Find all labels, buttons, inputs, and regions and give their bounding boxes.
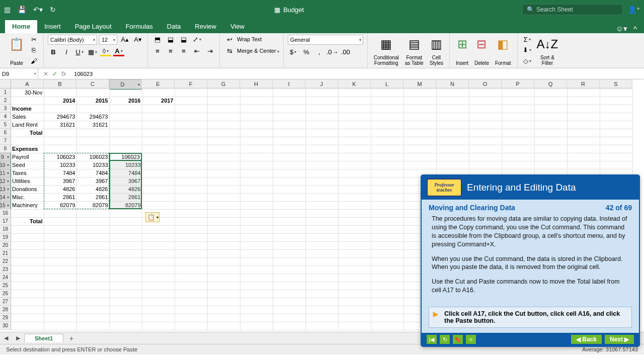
cell-J29[interactable] <box>305 314 338 322</box>
tutorial-replay-button[interactable]: ↻ <box>440 335 450 344</box>
cell-G19[interactable] <box>207 233 240 241</box>
cell-D1[interactable] <box>109 88 142 97</box>
cell-D27[interactable] <box>109 298 142 306</box>
cell-L2[interactable] <box>371 97 404 105</box>
cell-K10[interactable] <box>338 161 371 169</box>
cell-H17[interactable] <box>240 217 273 225</box>
cell-F12[interactable] <box>175 177 207 185</box>
delete-cells-button[interactable]: ⊟Delete <box>472 35 491 66</box>
row-header-21[interactable]: 21 <box>0 249 11 257</box>
cell-Q6[interactable] <box>534 129 567 137</box>
font-size-select[interactable]: 12 <box>99 35 117 45</box>
cell-F25[interactable] <box>175 282 207 290</box>
cell-B17[interactable] <box>44 217 76 225</box>
cell-M10[interactable] <box>404 161 436 169</box>
cell-L29[interactable] <box>371 314 404 322</box>
cell-H28[interactable] <box>240 306 273 314</box>
cell-I30[interactable] <box>273 322 305 330</box>
cell-E18[interactable] <box>142 225 175 233</box>
cell-A24[interactable] <box>11 274 44 282</box>
cell-D9[interactable]: 106023 <box>109 153 142 161</box>
fill-color-button[interactable]: ◊ <box>100 47 111 56</box>
cell-C1[interactable] <box>76 88 109 97</box>
cell-F27[interactable] <box>175 298 207 306</box>
cell-C28[interactable] <box>76 306 109 314</box>
cell-H21[interactable] <box>240 249 273 257</box>
cell-J18[interactable] <box>305 225 338 233</box>
cell-H10[interactable] <box>240 161 273 169</box>
cell-J20[interactable] <box>305 241 338 249</box>
cell-I10[interactable] <box>273 161 305 169</box>
row-header-6[interactable]: 6 <box>0 129 11 137</box>
cell-A9[interactable]: Payroll <box>11 153 44 161</box>
cell-L12[interactable] <box>371 177 404 185</box>
cell-K2[interactable] <box>338 97 371 105</box>
cell-E12[interactable] <box>142 177 175 185</box>
cell-E30[interactable] <box>142 322 175 330</box>
increase-font-icon[interactable]: A▴ <box>119 35 130 44</box>
redo-icon[interactable]: ↻ <box>50 6 56 14</box>
cell-I7[interactable] <box>273 137 305 145</box>
sheet-nav-prev[interactable]: ◀ <box>0 335 12 341</box>
row-header-27[interactable]: 27 <box>0 298 11 306</box>
cell-B4[interactable]: 294673 <box>44 113 76 121</box>
cell-N5[interactable] <box>436 121 469 129</box>
tab-data[interactable]: Data <box>160 20 188 33</box>
cell-E10[interactable] <box>142 161 175 169</box>
cell-D28[interactable] <box>109 306 142 314</box>
cell-I2[interactable] <box>273 97 305 105</box>
cell-A15[interactable]: Machinery <box>11 201 44 209</box>
share-icon[interactable]: 👤⁺ <box>628 6 640 14</box>
tab-insert[interactable]: Insert <box>37 20 68 33</box>
row-header-4[interactable]: 4 <box>0 113 11 121</box>
column-header-K[interactable]: K <box>338 79 371 88</box>
cell-M9[interactable] <box>404 153 436 161</box>
cell-A2[interactable] <box>11 97 44 105</box>
cell-E25[interactable] <box>142 282 175 290</box>
cell-K5[interactable] <box>338 121 371 129</box>
cell-G20[interactable] <box>207 241 240 249</box>
cell-E19[interactable] <box>142 233 175 241</box>
cell-D10[interactable]: 10233 <box>109 161 142 169</box>
cell-G1[interactable] <box>207 88 240 97</box>
cell-F24[interactable] <box>175 274 207 282</box>
row-header-13[interactable]: 13 <box>0 185 11 193</box>
cell-F11[interactable] <box>175 169 207 177</box>
decrease-indent-icon[interactable]: ⇤ <box>191 46 202 55</box>
cell-C26[interactable] <box>76 290 109 298</box>
cell-G7[interactable] <box>207 137 240 145</box>
cell-F14[interactable] <box>175 193 207 201</box>
align-left-icon[interactable]: ≡ <box>152 46 163 55</box>
cell-H1[interactable] <box>240 88 273 97</box>
cell-A10[interactable]: Seed <box>11 161 44 169</box>
cell-G16[interactable] <box>207 209 240 217</box>
cell-J2[interactable] <box>305 97 338 105</box>
tab-view[interactable]: View <box>223 20 252 33</box>
cell-S5[interactable] <box>600 121 632 129</box>
cell-A22[interactable] <box>11 257 44 265</box>
cell-E6[interactable] <box>142 129 175 137</box>
cell-J17[interactable] <box>305 217 338 225</box>
bold-button[interactable]: B <box>48 47 59 56</box>
cell-K28[interactable] <box>338 306 371 314</box>
cell-F1[interactable] <box>175 88 207 97</box>
decrease-font-icon[interactable]: A▾ <box>132 35 143 44</box>
cell-F9[interactable] <box>175 153 207 161</box>
column-header-L[interactable]: L <box>371 79 404 88</box>
cell-G11[interactable] <box>207 169 240 177</box>
column-header-D[interactable]: D <box>109 79 142 89</box>
cell-B14[interactable]: 2861 <box>44 193 76 201</box>
cell-R4[interactable] <box>567 113 600 121</box>
collapse-ribbon-icon[interactable]: ^ <box>633 25 637 33</box>
cell-F28[interactable] <box>175 306 207 314</box>
cell-B24[interactable] <box>44 274 76 282</box>
row-header-20[interactable]: 20 <box>0 241 11 249</box>
cell-O9[interactable] <box>469 153 502 161</box>
cell-K12[interactable] <box>338 177 371 185</box>
cell-E7[interactable] <box>142 137 175 145</box>
sheet-tab-active[interactable]: Sheet1 <box>24 334 63 342</box>
cell-K13[interactable] <box>338 185 371 193</box>
cell-Q4[interactable] <box>534 113 567 121</box>
cell-K26[interactable] <box>338 290 371 298</box>
cell-L8[interactable] <box>371 145 404 153</box>
